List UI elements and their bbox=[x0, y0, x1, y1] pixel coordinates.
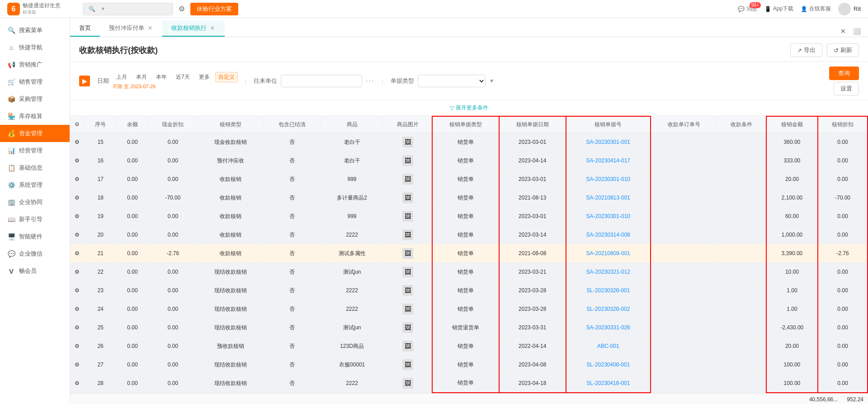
search-button[interactable]: 查询 bbox=[829, 67, 859, 80]
refresh-button[interactable]: ↺ 刷新 bbox=[827, 43, 859, 57]
verify-amount-cell: 1,000.00 bbox=[766, 226, 818, 244]
tab-maximize-icon[interactable]: ⬜ bbox=[851, 26, 863, 37]
doc-no-link[interactable]: SA-20210808-001 bbox=[586, 250, 630, 257]
settings-icon[interactable]: ⚙ bbox=[179, 5, 185, 13]
tab-home[interactable]: 首页 bbox=[70, 20, 100, 37]
settings-button[interactable]: 设置 bbox=[834, 82, 859, 95]
partner-more-icon[interactable]: ··· bbox=[366, 77, 374, 85]
doc-no-link[interactable]: ABC-001 bbox=[597, 343, 619, 349]
search-bar[interactable]: 🔍 ▼ bbox=[83, 3, 173, 15]
doc-no-link[interactable]: SA-20230331-026 bbox=[586, 324, 630, 331]
period-this-month[interactable]: 本月 bbox=[132, 72, 151, 82]
app-icon: 📱 bbox=[764, 6, 771, 12]
sidebar-item-ops[interactable]: 📊 经营管理 bbox=[0, 142, 70, 159]
sidebar-item-guide[interactable]: 📖 新手引导 bbox=[0, 211, 70, 228]
app-download-link[interactable]: 📱 App下载 bbox=[764, 5, 793, 13]
online-service-link[interactable]: 👤 在线客服 bbox=[801, 5, 831, 13]
doc-no-link[interactable]: SL-20230418-001 bbox=[586, 380, 630, 386]
doc-no-link[interactable]: SA-20230301-001 bbox=[586, 139, 630, 145]
sidebar-item-marketing[interactable]: 📢 营销推广 bbox=[0, 56, 70, 73]
sidebar-item-label: 企业协同 bbox=[19, 198, 42, 206]
gear-cell[interactable]: ⚙ bbox=[70, 244, 85, 263]
doc-no-link[interactable]: SL-20230328-001 bbox=[586, 287, 630, 294]
doc-type-cell: 销货单 bbox=[432, 263, 499, 281]
doc-no-link[interactable]: SL-20230408-001 bbox=[586, 361, 630, 368]
included-settled-cell: 否 bbox=[264, 281, 321, 300]
gear-cell[interactable]: ⚙ bbox=[70, 318, 85, 337]
doc-no-link[interactable]: SL-20230328-002 bbox=[586, 306, 630, 312]
filter-partner-group: 往来单位 ··· bbox=[254, 75, 374, 87]
verify-amount-cell: 10.00 bbox=[766, 263, 818, 281]
partner-label: 往来单位 bbox=[254, 77, 277, 85]
col-gear[interactable]: ⚙ bbox=[70, 116, 85, 133]
sidebar-item-inventory[interactable]: 🏪 库存核算 bbox=[0, 108, 70, 125]
verify-discount-cell: 0.00 bbox=[818, 300, 868, 318]
sidebar-item-quicknav[interactable]: ⌂ 快捷导航 bbox=[0, 39, 70, 56]
doctype-label: 单据类型 bbox=[391, 77, 414, 85]
message-button[interactable]: 💬 消息 99+ bbox=[738, 5, 757, 13]
verify-amount-cell: 333.00 bbox=[766, 152, 818, 170]
gear-cell[interactable]: ⚙ bbox=[70, 281, 85, 300]
gear-cell[interactable]: ⚙ bbox=[70, 356, 85, 374]
industry-button[interactable]: 休验行业方案 bbox=[190, 3, 238, 15]
balance-cell: 0.00 bbox=[117, 133, 149, 152]
doc-no-link[interactable]: SA-20230321-012 bbox=[586, 269, 630, 275]
included-settled-cell: 否 bbox=[264, 356, 321, 374]
gear-cell[interactable]: ⚙ bbox=[70, 337, 85, 356]
sidebar-item-corp[interactable]: 🏢 企业协同 bbox=[0, 194, 70, 211]
filter-expand-button[interactable]: ▶ bbox=[79, 76, 90, 86]
expand-more-button[interactable]: ▽ 展开更多条件 bbox=[450, 102, 488, 114]
sidebar-item-vip[interactable]: V 畅会员 bbox=[0, 262, 70, 280]
tab-receivable[interactable]: 收款核销执行 ✕ bbox=[162, 20, 225, 37]
table-row: ⚙270.000.00现结收款核销否衣服00001🖼销货单2023-04-08S… bbox=[70, 356, 868, 374]
sidebar-item-search[interactable]: 🔍 搜索菜单 bbox=[0, 22, 70, 39]
sidebar-item-purchase[interactable]: 📦 采购管理 bbox=[0, 90, 70, 108]
data-table-container[interactable]: ⚙ 序号 余额 现金折扣 核销类型 包含已结清 商品 商品图片 核销单据类型 核… bbox=[70, 116, 868, 404]
doc-no-link[interactable]: SA-20230301-010 bbox=[586, 213, 630, 219]
gear-cell[interactable]: ⚙ bbox=[70, 133, 85, 152]
period-custom[interactable]: 自定义 bbox=[215, 72, 238, 82]
receipt-order-no-cell bbox=[651, 226, 717, 244]
receipt-order-no-cell bbox=[651, 300, 717, 318]
verify-amount-cell: 60.00 bbox=[766, 207, 818, 226]
doctype-select[interactable] bbox=[418, 75, 486, 87]
period-more[interactable]: 更多 bbox=[195, 72, 213, 82]
sidebar-item-hardware[interactable]: 🖥️ 智能硬件 bbox=[0, 228, 70, 245]
gear-cell[interactable]: ⚙ bbox=[70, 189, 85, 207]
period-this-year[interactable]: 本年 bbox=[152, 72, 170, 82]
period-7-days[interactable]: 近7天 bbox=[172, 72, 193, 82]
sidebar-item-system[interactable]: ⚙️ 系统管理 bbox=[0, 176, 70, 194]
cash-discount-cell: 0.00 bbox=[148, 318, 197, 337]
goods-img-cell: 🖼 bbox=[383, 133, 432, 152]
tab-prepay[interactable]: 预付冲应付单 ✕ bbox=[100, 20, 162, 37]
period-last-month[interactable]: 上月 bbox=[113, 72, 131, 82]
gear-cell[interactable]: ⚙ bbox=[70, 300, 85, 318]
sidebar-item-wechat[interactable]: 💬 企业微信 bbox=[0, 245, 70, 262]
col-included-settled: 包含已结清 bbox=[264, 116, 321, 133]
export-button[interactable]: ↗ 导出 bbox=[790, 43, 822, 57]
expand-more-icon: ▽ bbox=[450, 105, 454, 111]
seq-cell: 25 bbox=[85, 318, 117, 337]
doc-no-link[interactable]: SA-20230414-017 bbox=[586, 157, 630, 164]
gear-cell[interactable]: ⚙ bbox=[70, 207, 85, 226]
tab-receivable-close[interactable]: ✕ bbox=[209, 25, 216, 31]
gear-cell[interactable]: ⚙ bbox=[70, 374, 85, 393]
tab-close-all-icon[interactable]: ✕ bbox=[839, 26, 848, 37]
sidebar-item-sales[interactable]: 🛒 销售管理 bbox=[0, 73, 70, 90]
partner-input[interactable] bbox=[281, 75, 362, 87]
doc-no-link[interactable]: SA-20210813-001 bbox=[586, 195, 630, 201]
tab-prepay-close[interactable]: ✕ bbox=[147, 25, 153, 31]
gear-cell[interactable]: ⚙ bbox=[70, 263, 85, 281]
doc-no-link[interactable]: SA-20230301-010 bbox=[586, 176, 630, 182]
gear-cell[interactable]: ⚙ bbox=[70, 226, 85, 244]
cash-discount-cell: 0.00 bbox=[148, 281, 197, 300]
sidebar-item-basic[interactable]: 📋 基础信息 bbox=[0, 159, 70, 176]
sidebar-item-finance[interactable]: 💰 资金管理 bbox=[0, 125, 70, 142]
gear-cell[interactable]: ⚙ bbox=[70, 152, 85, 170]
goods-img-cell: 🖼 bbox=[383, 189, 432, 207]
verify-type-cell: 收款核销 bbox=[198, 189, 264, 207]
doc-no-link[interactable]: SA-20230314-008 bbox=[586, 232, 630, 238]
verify-amount-cell: 2,100.00 bbox=[766, 189, 818, 207]
user-area[interactable]: Rit bbox=[838, 3, 861, 15]
gear-cell[interactable]: ⚙ bbox=[70, 170, 85, 189]
